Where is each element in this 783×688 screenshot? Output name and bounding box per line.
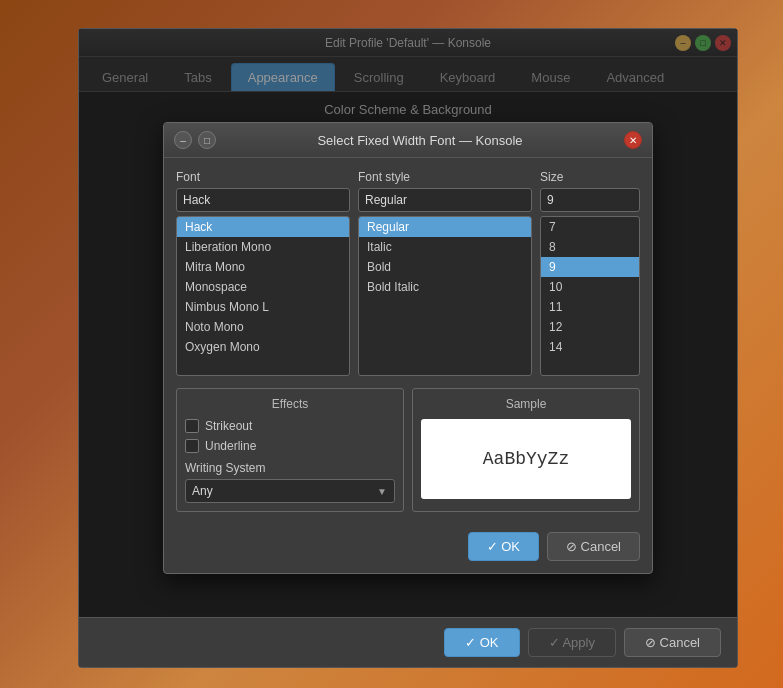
writing-system-select[interactable]: Any — [185, 479, 395, 503]
dialog-content: Font Hack Liberation Mono Mitra Mono Mon… — [164, 158, 652, 573]
font-list[interactable]: Hack Liberation Mono Mitra Mono Monospac… — [176, 216, 350, 376]
sample-panel: Sample AaBbYyZz — [412, 388, 640, 512]
strikeout-row: Strikeout — [185, 419, 395, 433]
font-style-column: Font style Regular Italic Bold Bold Ital… — [358, 170, 532, 376]
apply-button[interactable]: ✓ Apply — [528, 628, 616, 657]
sample-label: Sample — [421, 397, 631, 411]
size-7[interactable]: 7 — [541, 217, 639, 237]
ok-button[interactable]: ✓ OK — [444, 628, 519, 657]
bottom-panels: Effects Strikeout Underline Writing Syst… — [176, 388, 640, 512]
dialog-close-button[interactable]: ✕ — [624, 131, 642, 149]
sample-text: AaBbYyZz — [483, 449, 569, 469]
effects-label: Effects — [185, 397, 395, 411]
writing-system-select-wrapper: Any — [185, 479, 395, 503]
dialog-cancel-button[interactable]: ⊘ Cancel — [547, 532, 640, 561]
bottom-bar: ✓ OK ✓ Apply ⊘ Cancel — [79, 617, 737, 667]
underline-row: Underline — [185, 439, 395, 453]
font-list-item-oxygen[interactable]: Oxygen Mono — [177, 337, 349, 357]
effects-panel: Effects Strikeout Underline Writing Syst… — [176, 388, 404, 512]
dialog-title-left-controls: – □ — [174, 131, 216, 149]
size-input[interactable] — [540, 188, 640, 212]
font-column: Font Hack Liberation Mono Mitra Mono Mon… — [176, 170, 350, 376]
cancel-button[interactable]: ⊘ Cancel — [624, 628, 721, 657]
font-style-input[interactable] — [358, 188, 532, 212]
style-regular[interactable]: Regular — [359, 217, 531, 237]
font-list-item-monospace[interactable]: Monospace — [177, 277, 349, 297]
font-style-list[interactable]: Regular Italic Bold Bold Italic — [358, 216, 532, 376]
size-8[interactable]: 8 — [541, 237, 639, 257]
font-panels: Font Hack Liberation Mono Mitra Mono Mon… — [176, 170, 640, 376]
dialog-title-right-controls: ✕ — [624, 131, 642, 149]
dialog-buttons: ✓ OK ⊘ Cancel — [176, 524, 640, 561]
writing-system-label: Writing System — [185, 461, 395, 475]
dialog-titlebar: – □ Select Fixed Width Font — Konsole ✕ — [164, 123, 652, 158]
strikeout-label: Strikeout — [205, 419, 252, 433]
underline-checkbox[interactable] — [185, 439, 199, 453]
font-style-column-header: Font style — [358, 170, 532, 184]
style-bold-italic[interactable]: Bold Italic — [359, 277, 531, 297]
size-column: Size 7 8 9 10 11 12 14 — [540, 170, 640, 376]
size-9[interactable]: 9 — [541, 257, 639, 277]
style-italic[interactable]: Italic — [359, 237, 531, 257]
style-bold[interactable]: Bold — [359, 257, 531, 277]
size-column-header: Size — [540, 170, 640, 184]
font-list-item-noto[interactable]: Noto Mono — [177, 317, 349, 337]
main-window: Edit Profile 'Default' — Konsole – □ ✕ G… — [78, 28, 738, 668]
font-list-item-liberation[interactable]: Liberation Mono — [177, 237, 349, 257]
font-dialog: – □ Select Fixed Width Font — Konsole ✕ … — [163, 122, 653, 574]
underline-label: Underline — [205, 439, 256, 453]
font-list-item-nimbus[interactable]: Nimbus Mono L — [177, 297, 349, 317]
dialog-minimize-button[interactable]: – — [174, 131, 192, 149]
font-search-input[interactable] — [176, 188, 350, 212]
size-list[interactable]: 7 8 9 10 11 12 14 — [540, 216, 640, 376]
strikeout-checkbox[interactable] — [185, 419, 199, 433]
font-list-item-mitra[interactable]: Mitra Mono — [177, 257, 349, 277]
size-14[interactable]: 14 — [541, 337, 639, 357]
size-11[interactable]: 11 — [541, 297, 639, 317]
dialog-title-text: Select Fixed Width Font — Konsole — [216, 133, 624, 148]
font-list-item-hack[interactable]: Hack — [177, 217, 349, 237]
dialog-maximize-button[interactable]: □ — [198, 131, 216, 149]
size-10[interactable]: 10 — [541, 277, 639, 297]
sample-box: AaBbYyZz — [421, 419, 631, 499]
dialog-ok-button[interactable]: ✓ OK — [468, 532, 539, 561]
dialog-overlay: – □ Select Fixed Width Font — Konsole ✕ … — [79, 29, 737, 667]
font-column-header: Font — [176, 170, 350, 184]
size-12[interactable]: 12 — [541, 317, 639, 337]
